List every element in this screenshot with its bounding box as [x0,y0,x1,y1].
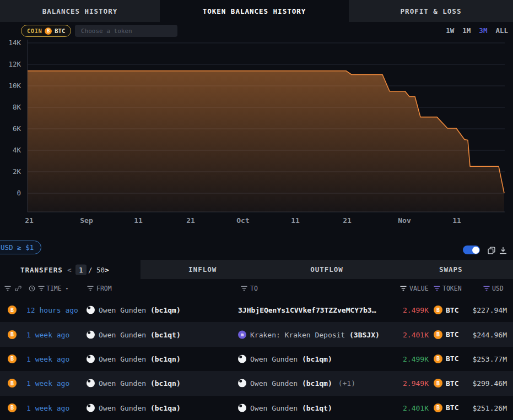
column-header-token[interactable]: TOKEN [442,285,462,292]
transaction-time-link[interactable]: 1 week ago [26,354,69,363]
column-header-time[interactable]: TIME ▾ [46,285,68,292]
usd-cell: $299.46M [472,379,507,388]
filter-icon[interactable] [4,286,11,292]
table-row[interactable]: B1 week agoOwen Gunden (bc1qa)Owen Gunde… [0,396,513,420]
value-cell: 2.949K [403,379,429,388]
token-cell[interactable]: BBTC [434,306,458,314]
owen-gunden-entity-icon [238,354,246,363]
svg-text:11: 11 [134,216,143,225]
toggle-knob [472,247,479,254]
pagination-prev-icon[interactable]: < [67,265,72,274]
btc-token-icon: B [8,330,17,339]
tab-inflow[interactable]: INFLOW [141,260,264,279]
token-cell[interactable]: BBTC [434,379,458,388]
owen-gunden-entity-icon [238,379,246,388]
btc-token-icon: B [8,379,17,388]
to-cell[interactable]: Owen Gunden (bc1qm)(+1) [238,379,355,388]
svg-text:21: 21 [186,216,195,225]
btc-icon: B [434,354,442,363]
table-row[interactable]: B1 week agoOwen Gunden (bc1qn)Owen Gunde… [0,347,513,371]
owen-gunden-entity-icon [87,379,95,388]
to-cell[interactable]: 3JHbjEQenYs1CVVkef73TZZveMCY7b3… [238,306,376,314]
token-cell[interactable]: BBTC [434,354,458,363]
value-cell: 2.401K [403,330,429,339]
token-cell[interactable]: BBTC [434,330,458,339]
btc-token-icon: B [8,354,17,363]
svg-text:14K: 14K [8,39,21,47]
transaction-time-link[interactable]: 1 week ago [26,403,69,412]
to-entity[interactable]: Kraken: Kraken Deposit (3BSJX) [250,330,380,339]
to-cell[interactable]: Owen Gunden (bc1qt) [238,403,332,412]
from-cell[interactable]: Owen Gunden (bc1qt) [87,330,181,339]
to-cell[interactable]: mKraken: Kraken Deposit (3BSJX) [238,330,380,339]
owen-gunden-entity-icon [87,403,95,412]
svg-text:4K: 4K [13,146,21,154]
btc-icon: B [434,330,442,339]
to-entity[interactable]: Owen Gunden (bc1qt) [250,403,332,412]
balance-area-chart[interactable]: 02K4K6K8K10K12K14K21Sep1121Oct1121Nov11 [0,22,513,227]
filter-icon[interactable] [400,286,407,292]
table-row[interactable]: B1 week agoOwen Gunden (bc1qt)mKraken: K… [0,322,513,346]
tab-outflow[interactable]: OUTFLOW [264,260,388,279]
tab-token-balances-history[interactable]: TOKEN BALANCES HISTORY [160,0,349,22]
to-address[interactable]: 3JHbjEQenYs1CVVkef73TZZveMCY7b3… [238,306,376,314]
transaction-time-link[interactable]: 12 hours ago [26,306,78,314]
from-cell[interactable]: Owen Gunden (bc1qn) [87,354,181,363]
svg-text:Nov: Nov [398,216,411,225]
from-cell[interactable]: Owen Gunden (bc1qa) [87,403,181,412]
svg-text:11: 11 [452,216,461,225]
pagination-current-page[interactable]: 1 [75,264,87,275]
to-entity[interactable]: Owen Gunden (bc1qm) [250,354,332,363]
usd-filter-chip[interactable]: USD ≥ $1 [0,241,41,254]
column-header-usd[interactable]: USD [492,285,504,292]
to-entity[interactable]: Owen Gunden (bc1qm) [250,379,332,388]
chart-series [28,71,504,212]
btc-icon: B [434,306,442,314]
chart-toggle[interactable] [463,246,480,254]
table-header: TIME ▾ FROM TO VALUE TOKEN USD [0,279,513,298]
to-cell[interactable]: Owen Gunden (bc1qm) [238,354,332,363]
table-tab-bar: TRANSFERS < 1 / 50 > INFLOW OUTFLOW SWAP… [0,260,513,279]
tab-balances-history[interactable]: BALANCES HISTORY [0,0,160,22]
download-icon[interactable] [499,246,507,257]
filter-icon-active[interactable] [434,286,440,292]
svg-text:11: 11 [291,216,300,225]
transaction-time-link[interactable]: 1 week ago [26,379,69,388]
filter-icon-active[interactable] [483,286,490,292]
link-icon[interactable] [15,285,21,292]
pagination-total-pages: / 50 [88,265,105,274]
usd-cell: $251.26M [472,403,507,412]
token-cell[interactable]: BBTC [434,403,458,412]
column-header-value[interactable]: VALUE [409,285,429,292]
btc-icon: B [434,379,442,388]
tab-swaps[interactable]: SWAPS [389,260,513,279]
svg-text:10K: 10K [8,81,21,90]
usd-cell: $253.77M [472,354,507,363]
svg-text:Oct: Oct [236,216,249,225]
svg-text:8K: 8K [13,103,21,111]
from-cell[interactable]: Owen Gunden (bc1qn) [87,379,181,388]
svg-text:2K: 2K [13,167,21,176]
owen-gunden-entity-icon [87,354,95,363]
filter-icon[interactable] [241,286,247,292]
copy-icon[interactable] [488,246,495,257]
time-header-label: TIME [46,285,62,292]
clock-icon[interactable] [29,285,35,292]
tab-profit-and-loss[interactable]: PROFIT & LOSS [349,0,513,22]
btc-icon: B [434,403,442,412]
filter-icon[interactable] [87,286,94,292]
transfers-table: B12 hours agoOwen Gunden (bc1qm)3JHbjEQe… [0,298,513,420]
usd-cell: $227.94M [472,306,507,314]
owen-gunden-entity-icon [87,330,95,339]
tab-transfers[interactable]: TRANSFERS [20,265,63,274]
column-header-to[interactable]: TO [250,285,258,292]
filter-icon[interactable] [38,286,45,292]
svg-text:21: 21 [25,216,34,225]
column-header-from[interactable]: FROM [96,285,112,292]
from-cell[interactable]: Owen Gunden (bc1qm) [87,306,181,314]
pagination-next-icon[interactable]: > [105,265,109,274]
table-row[interactable]: B12 hours agoOwen Gunden (bc1qm)3JHbjEQe… [0,298,513,322]
btc-token-icon: B [8,306,17,314]
table-row[interactable]: B1 week agoOwen Gunden (bc1qn)Owen Gunde… [0,371,513,395]
transaction-time-link[interactable]: 1 week ago [26,330,69,339]
